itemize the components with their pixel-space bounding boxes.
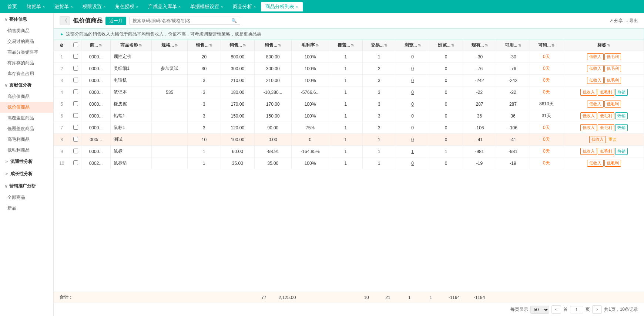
nav-sales[interactable]: 销货单 × [22,2,49,11]
cell-browse1[interactable]: 0 [396,134,429,146]
nav-role-close[interactable]: × [136,4,138,9]
col-settings[interactable]: ⚙ [54,40,70,51]
filter-month-button[interactable]: 近一月 [105,17,126,25]
browse1-value[interactable]: 0 [411,137,414,142]
cell-browse1[interactable]: 0 [396,157,429,169]
cell-browse1[interactable]: 0 [396,75,429,86]
cell-checkbox[interactable] [70,134,81,146]
sidebar-group-marketing[interactable]: ∨营销推广分析 [0,180,53,192]
nav-goods-analysis[interactable]: 商品分析 × [228,2,260,11]
row-checkbox[interactable] [73,113,78,118]
col-saleable[interactable]: 可销...⇅ [530,40,563,51]
cell-checkbox[interactable] [70,75,81,86]
cell-checkbox[interactable] [70,63,81,75]
sidebar-item-low-margin[interactable]: 低毛利商品 [0,145,53,156]
col-tags[interactable]: 标签⇅ [563,40,644,51]
next-page-button[interactable]: ＞ [592,305,602,314]
nav-goods-list[interactable]: 商品分析列表 × [261,2,302,11]
sidebar-item-sales-goods[interactable]: 销售类商品 [0,26,53,36]
cell-checkbox[interactable] [70,51,81,63]
sidebar-item-low-coverage[interactable]: 低覆盖度商品 [0,123,53,134]
nav-purchase[interactable]: 进货单 × [50,2,77,11]
row-checkbox[interactable] [73,78,78,82]
sidebar-group-contribution[interactable]: ∨贡献值分析 [0,79,53,91]
nav-goods-close[interactable]: × [254,4,256,9]
row-checkbox[interactable] [73,137,78,142]
row-checkbox[interactable] [73,54,78,59]
nav-home[interactable]: 首页 [3,2,21,11]
sidebar-item-high-coverage[interactable]: 高覆盖度商品 [0,113,53,123]
browse1-value[interactable]: 1 [411,149,414,154]
cell-checkbox[interactable] [70,110,81,122]
cell-checkbox[interactable] [70,146,81,157]
cell-browse1[interactable]: 0 [396,110,429,122]
col-browse1[interactable]: 浏览...⇅ [396,40,429,51]
col-name[interactable]: 商品名称⇅ [111,40,152,51]
sidebar-item-stock-capital[interactable]: 库存资金占用 [0,68,53,79]
cell-checkbox[interactable] [70,98,81,110]
sidebar-item-all-goods[interactable]: 全部商品 [0,192,53,203]
sidebar-item-low-value[interactable]: 低价值商品 [0,102,53,113]
cell-browse1[interactable]: 0 [396,51,429,63]
row-checkbox[interactable] [73,66,78,71]
export-button[interactable]: ↓ 导出 [626,18,638,24]
sidebar-item-stock-goods[interactable]: 有库存的商品 [0,58,53,68]
sidebar-item-high-value[interactable]: 高价值商品 [0,91,53,102]
select-all-checkbox[interactable] [73,43,78,47]
nav-product-in-close[interactable]: × [178,4,181,9]
col-sale-amount[interactable]: 销售...⇅ [221,40,254,51]
browse1-value[interactable]: 0 [411,54,414,60]
col-code[interactable]: 商...⇅ [81,40,111,51]
nav-sales-close[interactable]: × [43,4,45,9]
cell-browse1[interactable]: 0 [396,86,429,98]
browse1-value[interactable]: 0 [411,102,414,107]
browse1-value[interactable]: 0 [411,78,414,83]
col-coverage[interactable]: 覆盖...⇅ [329,40,362,51]
nav-purchase-close[interactable]: × [70,4,73,9]
browse1-value[interactable]: 0 [411,125,414,130]
nav-template[interactable]: 单据模板设置 × [186,2,227,11]
browse1-value[interactable]: 0 [411,161,414,166]
sidebar-item-traded-goods[interactable]: 交易过的商品 [0,36,53,47]
row-checkbox[interactable] [73,160,78,165]
row-checkbox[interactable] [73,89,78,94]
col-available[interactable]: 可用...⇅ [496,40,530,51]
col-spec[interactable]: 规格...⇅ [152,40,187,51]
col-browse2[interactable]: 浏览...⇅ [429,40,463,51]
per-page-select[interactable]: 50 100 200 [530,306,549,314]
col-checkbox[interactable] [70,40,81,51]
prev-page-button[interactable]: ＜ [551,305,561,314]
search-icon[interactable]: 🔍 [231,18,237,23]
col-sale-price[interactable]: 销售...⇅ [254,40,291,51]
sidebar-group-flow[interactable]: ＞流通性分析 [0,156,53,168]
nav-permission-close[interactable]: × [103,4,105,9]
page-number-input[interactable] [570,306,583,313]
nav-goods-list-close[interactable]: × [296,4,298,9]
sidebar-group-overall[interactable]: ∨整体信息 [0,13,53,26]
browse1-value[interactable]: 0 [411,90,414,95]
row-checkbox[interactable] [73,101,78,106]
share-button[interactable]: ↗ 分享 [609,18,623,24]
row-checkbox[interactable] [73,149,78,153]
collapse-sidebar-button[interactable]: 《 [60,16,70,25]
cell-checkbox[interactable] [70,86,81,98]
cell-browse1[interactable]: 0 [396,122,429,134]
col-current-stock[interactable]: 现有...⇅ [463,40,496,51]
browse1-value[interactable]: 0 [411,66,414,71]
cell-browse1[interactable]: 0 [396,63,429,75]
sidebar-group-growth[interactable]: ＞成长性分析 [0,168,53,180]
nav-product-in[interactable]: 产成品入库单 × [144,2,185,11]
sidebar-item-high-margin[interactable]: 高毛利商品 [0,134,53,145]
col-gross-margin[interactable]: 毛利率⇅ [291,40,329,51]
nav-template-close[interactable]: × [221,4,223,9]
col-sale-qty[interactable]: 销售...⇅ [187,40,221,51]
col-transaction[interactable]: 交易...⇅ [362,40,396,51]
cell-checkbox[interactable] [70,157,81,169]
row-checkbox[interactable] [73,125,78,130]
cell-checkbox[interactable] [70,122,81,134]
sidebar-item-category-sales[interactable]: 商品分类销售率 [0,47,53,58]
cell-browse1[interactable]: 1 [396,146,429,157]
nav-role[interactable]: 角色授权 × [111,2,142,11]
search-input[interactable] [133,18,230,23]
cell-browse1[interactable]: 0 [396,98,429,110]
